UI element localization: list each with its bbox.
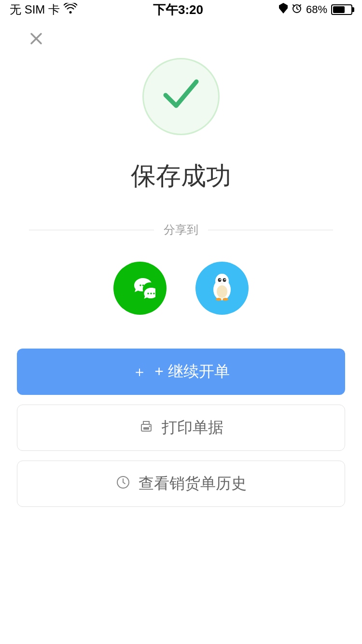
- svg-point-6: [153, 293, 155, 294]
- svg-point-16: [217, 285, 227, 298]
- main-content: 保存成功 分享到: [0, 19, 362, 507]
- svg-point-15: [224, 279, 225, 280]
- print-icon: [139, 419, 154, 437]
- svg-point-17: [216, 298, 222, 301]
- sim-label: 无 SIM 卡: [10, 2, 60, 17]
- action-buttons: ＋ + 继续开单 打印单据 查看销货单历史: [17, 349, 345, 507]
- status-bar: 无 SIM 卡 下午3:20 68%: [0, 0, 362, 19]
- svg-point-5: [150, 293, 152, 294]
- svg-point-4: [147, 293, 149, 294]
- battery-percent: 68%: [306, 3, 327, 16]
- success-title: 保存成功: [131, 159, 231, 193]
- svg-point-13: [223, 278, 226, 282]
- status-left: 无 SIM 卡: [10, 2, 77, 17]
- share-divider: 分享到: [0, 222, 362, 238]
- history-label: 查看销货单历史: [139, 473, 247, 494]
- svg-point-7: [139, 284, 141, 286]
- success-icon: [142, 58, 220, 135]
- close-button[interactable]: [24, 27, 48, 51]
- continue-order-label: + 继续开单: [154, 361, 230, 382]
- checkmark-icon: [162, 77, 200, 117]
- share-label: 分享到: [154, 222, 208, 238]
- plus-icon: ＋: [132, 362, 147, 382]
- svg-rect-20: [143, 427, 149, 430]
- print-label: 打印单据: [162, 417, 223, 438]
- wechat-share-button[interactable]: [113, 262, 167, 315]
- divider-left: [29, 230, 154, 230]
- history-button[interactable]: 查看销货单历史: [17, 461, 345, 507]
- print-button[interactable]: 打印单据: [17, 405, 345, 451]
- status-time: 下午3:20: [153, 1, 203, 18]
- history-icon: [115, 475, 131, 493]
- svg-point-21: [149, 425, 151, 427]
- svg-point-14: [220, 279, 221, 280]
- status-right: 68%: [279, 3, 352, 16]
- alarm-icon: [292, 3, 302, 16]
- svg-point-18: [223, 298, 228, 301]
- svg-point-9: [145, 284, 147, 286]
- divider-right: [208, 230, 333, 230]
- location-icon: [279, 3, 288, 16]
- qq-share-button[interactable]: [195, 262, 249, 315]
- svg-point-8: [142, 284, 144, 286]
- battery-icon: [331, 4, 352, 15]
- wifi-icon: [64, 3, 77, 16]
- share-icons-container: [113, 262, 249, 315]
- svg-point-12: [218, 278, 222, 282]
- continue-order-button[interactable]: ＋ + 继续开单: [17, 349, 345, 395]
